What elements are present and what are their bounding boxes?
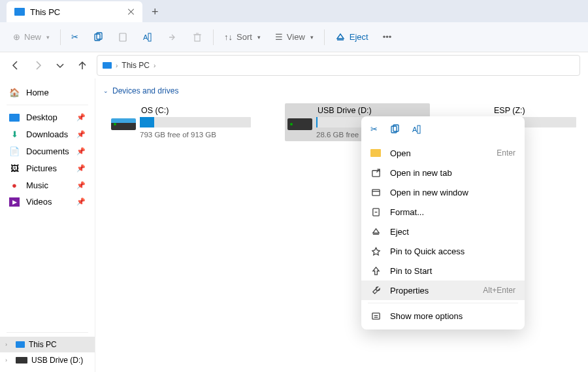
chevron-down-icon: ▾ xyxy=(257,34,261,41)
monitor-icon xyxy=(16,341,25,348)
chevron-down-icon: ⌄ xyxy=(103,88,108,94)
sidebar-item-documents[interactable]: 📄 Documents 📌 xyxy=(0,143,95,160)
cut-button[interactable]: ✂ xyxy=(370,124,378,137)
ctx-item-label: Open xyxy=(390,148,411,158)
address-bar[interactable]: › This PC › xyxy=(97,55,580,76)
scissors-icon: ✂ xyxy=(71,32,78,42)
sidebar-item-downloads[interactable]: ⬇ Downloads 📌 xyxy=(0,126,95,143)
sidebar-item-label: Music xyxy=(26,180,48,190)
storage-bar-fill xyxy=(316,117,318,127)
breadcrumb-separator: › xyxy=(154,62,155,69)
arrow-left-icon xyxy=(10,60,21,71)
svg-rect-11 xyxy=(372,189,379,195)
ctx-item-shortcut: Enter xyxy=(497,148,515,158)
ctx-open-new-window[interactable]: Open in new window xyxy=(361,182,525,202)
sidebar-item-label: Videos xyxy=(26,197,52,207)
eject-button[interactable]: Eject xyxy=(330,27,374,48)
ctx-pin-quick-access[interactable]: Pin to Quick access xyxy=(361,241,525,261)
rename-button[interactable]: A xyxy=(137,27,158,48)
eject-label: Eject xyxy=(350,32,368,42)
forward-button[interactable] xyxy=(30,58,46,73)
tree-item-this-pc[interactable]: › This PC xyxy=(0,337,95,352)
copy-button[interactable] xyxy=(88,27,108,48)
sidebar-item-desktop[interactable]: Desktop 📌 xyxy=(0,109,95,126)
view-button[interactable]: ☰ View ▾ xyxy=(270,27,319,48)
new-label: New xyxy=(24,32,41,42)
cut-button[interactable]: ✂ xyxy=(66,27,84,48)
svg-rect-13 xyxy=(372,313,379,318)
context-menu-quick-actions: ✂ A xyxy=(361,120,525,143)
paste-button[interactable] xyxy=(112,27,133,48)
separator xyxy=(60,29,61,45)
breadcrumb-loc[interactable]: This PC xyxy=(122,61,150,70)
drive-name: USB Drive (D:) xyxy=(318,106,427,115)
sidebar-item-videos[interactable]: ▶ Videos 📌 xyxy=(0,194,95,210)
drive-os-c[interactable]: OS (C:) 793 GB free of 913 GB xyxy=(108,103,253,141)
format-icon xyxy=(370,207,381,217)
copy-button[interactable] xyxy=(389,124,400,137)
rename-button[interactable]: A xyxy=(412,124,422,137)
rename-icon: A xyxy=(412,124,422,135)
eject-icon xyxy=(335,32,346,42)
tab-this-pc[interactable]: This PC xyxy=(7,1,142,22)
toolbar: ⊕ New ▾ ✂ A ↑↓ Sort ▾ ☰ View ▾ Eject ••• xyxy=(0,22,588,52)
rename-icon: A xyxy=(142,32,153,42)
ctx-pin-start[interactable]: Pin to Start xyxy=(361,261,525,280)
more-button[interactable]: ••• xyxy=(378,27,397,48)
close-icon[interactable] xyxy=(128,8,135,15)
separator xyxy=(324,29,325,45)
sidebar-item-home[interactable]: 🏠 Home xyxy=(0,84,95,101)
sort-button[interactable]: ↑↓ Sort ▾ xyxy=(219,27,266,48)
separator xyxy=(213,29,214,45)
view-icon: ☰ xyxy=(275,32,283,42)
chevron-down-icon: ▾ xyxy=(310,34,314,41)
ctx-properties[interactable]: Properties Alt+Enter xyxy=(361,280,525,300)
sidebar-item-music[interactable]: ● Music 📌 xyxy=(0,177,95,194)
new-tab-button[interactable]: + xyxy=(142,1,168,22)
ctx-item-label: Open in new window xyxy=(390,188,468,197)
recent-button[interactable] xyxy=(52,58,68,73)
ctx-item-label: Open in new tab xyxy=(390,168,452,178)
pin-icon: 📌 xyxy=(76,147,86,156)
videos-icon: ▶ xyxy=(9,197,20,207)
chevron-down-icon: ▾ xyxy=(46,34,50,41)
context-menu: ✂ A Open Enter Open in new tab Open in n… xyxy=(361,116,525,330)
ctx-format[interactable]: Format... xyxy=(361,202,525,222)
ctx-open[interactable]: Open Enter xyxy=(361,143,525,163)
share-button[interactable] xyxy=(162,27,183,48)
pin-icon: 📌 xyxy=(76,197,86,206)
monitor-icon xyxy=(14,8,25,16)
monitor-icon xyxy=(103,62,112,69)
chevron-right-icon[interactable]: › xyxy=(5,341,12,348)
music-icon: ● xyxy=(9,180,20,190)
pin-icon xyxy=(370,246,381,256)
arrow-right-icon xyxy=(33,60,43,71)
drive-name: OS (C:) xyxy=(141,106,251,115)
breadcrumb-separator: › xyxy=(116,62,118,69)
chevron-right-icon[interactable]: › xyxy=(5,357,12,364)
ctx-item-label: Properties xyxy=(390,286,429,296)
ctx-item-label: Eject xyxy=(390,227,409,237)
delete-button[interactable] xyxy=(187,27,208,48)
tree-item-usb[interactable]: › USB Drive (D:) xyxy=(0,352,95,368)
up-button[interactable] xyxy=(74,58,90,73)
sidebar-item-pictures[interactable]: 🖼 Pictures 📌 xyxy=(0,160,95,177)
separator xyxy=(7,105,88,105)
svg-rect-2 xyxy=(120,33,126,41)
ctx-eject[interactable]: Eject xyxy=(361,222,525,241)
drive-name: ESP (Z:) xyxy=(494,106,576,115)
svg-text:A: A xyxy=(143,33,148,41)
ellipsis-icon: ••• xyxy=(383,32,392,42)
svg-rect-10 xyxy=(372,170,379,176)
new-button[interactable]: ⊕ New ▾ xyxy=(8,27,55,48)
copy-icon xyxy=(389,124,400,135)
section-devices-drives[interactable]: ⌄ Devices and drives xyxy=(99,85,584,97)
pin-icon xyxy=(370,265,381,276)
ctx-open-new-tab[interactable]: Open in new tab xyxy=(361,163,525,182)
tree-item-label: This PC xyxy=(29,340,57,349)
download-icon: ⬇ xyxy=(9,129,20,139)
back-button[interactable] xyxy=(8,58,24,73)
arrow-up-icon xyxy=(77,60,88,71)
chevron-down-icon xyxy=(55,60,65,71)
ctx-show-more[interactable]: Show more options xyxy=(361,306,525,326)
